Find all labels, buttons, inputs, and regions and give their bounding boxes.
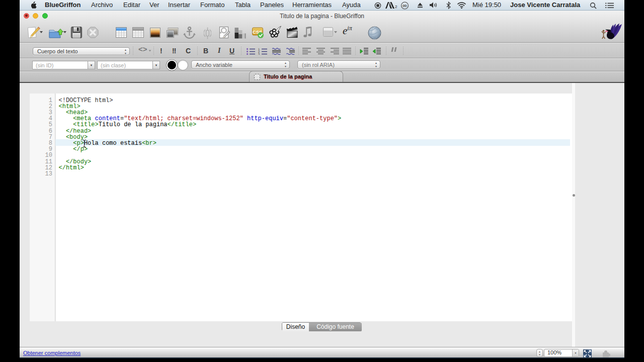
svg-text:3: 3 bbox=[258, 53, 260, 55]
svg-text:2: 2 bbox=[395, 5, 397, 9]
svg-text:∞: ∞ bbox=[403, 2, 407, 9]
